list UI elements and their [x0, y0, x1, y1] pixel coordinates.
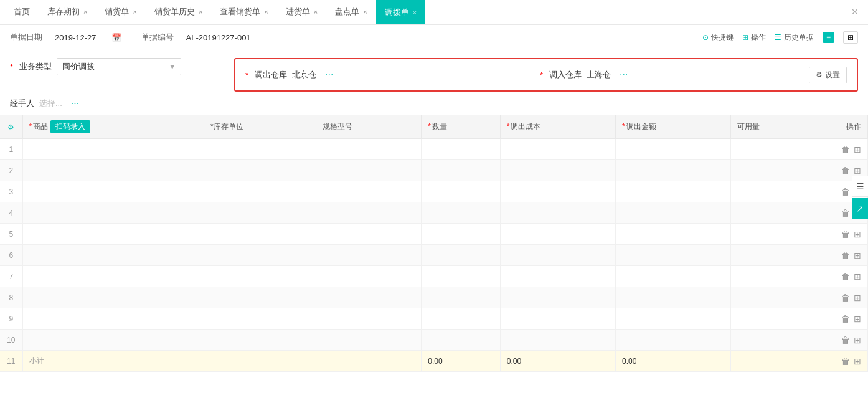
copy-icon[interactable]: ⊞	[854, 145, 861, 155]
row-product[interactable]	[22, 287, 204, 308]
tab-inventory-check-close[interactable]: ×	[363, 8, 367, 16]
row-qty[interactable]	[422, 308, 501, 330]
row-product[interactable]	[22, 308, 204, 330]
row-spec[interactable]	[316, 308, 422, 330]
history-button[interactable]: ☰ 历史单据	[775, 32, 814, 43]
copy-icon[interactable]: ⊞	[854, 229, 861, 239]
row-unit[interactable]	[204, 308, 316, 330]
person-select[interactable]: 选择...	[39, 98, 62, 109]
tab-sales-history[interactable]: 销货单历史 ×	[146, 0, 211, 24]
copy-icon[interactable]: ⊞	[854, 314, 861, 324]
tab-view-sales[interactable]: 查看销货单 ×	[211, 0, 276, 24]
row-cost[interactable]	[500, 308, 615, 330]
row-unit[interactable]	[204, 181, 316, 202]
row-unit[interactable]	[204, 224, 316, 245]
close-all-button[interactable]: ×	[846, 6, 863, 19]
row-cost[interactable]	[500, 266, 615, 287]
row-available[interactable]	[731, 245, 818, 266]
delete-icon[interactable]: 🗑	[841, 314, 850, 324]
tab-sales-order[interactable]: 销货单 ×	[96, 0, 145, 24]
row-amount[interactable]	[616, 330, 731, 351]
row-cost[interactable]	[500, 202, 615, 224]
calendar-icon[interactable]: 📅	[111, 33, 121, 42]
row-qty[interactable]	[422, 287, 501, 308]
delete-icon[interactable]: 🗑	[841, 229, 850, 239]
row-amount[interactable]	[616, 245, 731, 266]
person-more-btn[interactable]: ···	[71, 98, 79, 109]
row-product[interactable]	[22, 330, 204, 351]
row-spec[interactable]	[316, 181, 422, 202]
side-list-icon[interactable]: ☰	[852, 176, 868, 197]
copy-icon[interactable]: ⊞	[854, 166, 861, 176]
copy-icon[interactable]: ⊞	[854, 335, 861, 345]
tab-home[interactable]: 首页	[5, 0, 39, 24]
row-product[interactable]	[22, 266, 204, 287]
row-unit[interactable]	[204, 160, 316, 181]
row-cost[interactable]	[500, 224, 615, 245]
row-spec[interactable]	[316, 202, 422, 224]
in-warehouse-value[interactable]: 上海仓	[587, 69, 611, 80]
th-settings[interactable]: ⚙	[0, 115, 22, 139]
tab-sales-history-close[interactable]: ×	[199, 8, 202, 16]
tab-transfer-close[interactable]: ×	[413, 9, 417, 16]
row-spec[interactable]	[316, 224, 422, 245]
row-unit[interactable]	[204, 202, 316, 224]
row-amount[interactable]	[616, 308, 731, 330]
row-unit[interactable]	[204, 245, 316, 266]
business-type-select[interactable]: 同价调拨 ▼	[57, 58, 181, 75]
row-qty[interactable]	[422, 224, 501, 245]
delete-icon[interactable]: 🗑	[841, 166, 850, 176]
row-amount[interactable]	[616, 266, 731, 287]
tab-inventory-init-close[interactable]: ×	[83, 8, 87, 16]
row-cost[interactable]	[500, 139, 615, 160]
row-spec[interactable]	[316, 139, 422, 160]
tab-purchase-close[interactable]: ×	[314, 8, 318, 16]
row-amount[interactable]	[616, 224, 731, 245]
row-unit[interactable]	[204, 266, 316, 287]
row-spec[interactable]	[316, 160, 422, 181]
copy-icon[interactable]: ⊞	[854, 293, 861, 303]
copy-icon[interactable]: ⊞	[854, 272, 861, 282]
row-spec[interactable]	[316, 266, 422, 287]
row-available[interactable]	[731, 308, 818, 330]
list-view-button[interactable]: ≡	[823, 32, 834, 43]
tab-transfer[interactable]: 调拨单 ×	[376, 0, 425, 24]
row-cost[interactable]	[500, 330, 615, 351]
in-warehouse-more-btn[interactable]: ···	[620, 69, 628, 80]
row-amount[interactable]	[616, 160, 731, 181]
delete-icon[interactable]: 🗑	[841, 335, 850, 345]
row-qty[interactable]	[422, 202, 501, 224]
delete-icon[interactable]: 🗑	[841, 293, 850, 303]
row-spec[interactable]	[316, 287, 422, 308]
settings-button[interactable]: ⚙ 设置	[809, 67, 847, 83]
delete-icon[interactable]: 🗑	[841, 356, 850, 366]
row-amount[interactable]	[616, 181, 731, 202]
row-available[interactable]	[731, 287, 818, 308]
row-available[interactable]	[731, 139, 818, 160]
row-amount[interactable]	[616, 287, 731, 308]
tab-inventory-init[interactable]: 库存期初 ×	[39, 0, 96, 24]
row-qty[interactable]	[422, 181, 501, 202]
delete-icon[interactable]: 🗑	[841, 187, 850, 197]
row-available[interactable]	[731, 266, 818, 287]
row-qty[interactable]	[422, 139, 501, 160]
row-qty[interactable]	[422, 330, 501, 351]
copy-icon[interactable]: ⊞	[854, 356, 861, 366]
row-available[interactable]	[731, 181, 818, 202]
row-unit[interactable]	[204, 287, 316, 308]
tab-purchase[interactable]: 进货单 ×	[277, 0, 326, 24]
row-product[interactable]	[22, 245, 204, 266]
row-cost[interactable]	[500, 287, 615, 308]
operations-button[interactable]: ⊞ 操作	[742, 32, 766, 43]
row-cost[interactable]	[500, 181, 615, 202]
row-available[interactable]	[731, 330, 818, 351]
tab-sales-order-close[interactable]: ×	[133, 8, 136, 16]
row-available[interactable]	[731, 160, 818, 181]
row-qty[interactable]	[422, 266, 501, 287]
row-qty[interactable]	[422, 245, 501, 266]
copy-icon[interactable]: ⊞	[854, 250, 861, 260]
side-export-icon[interactable]: ↗	[852, 198, 868, 219]
shortcuts-button[interactable]: ⊙ 快捷键	[702, 32, 734, 43]
delete-icon[interactable]: 🗑	[841, 145, 850, 155]
row-product[interactable]	[22, 160, 204, 181]
